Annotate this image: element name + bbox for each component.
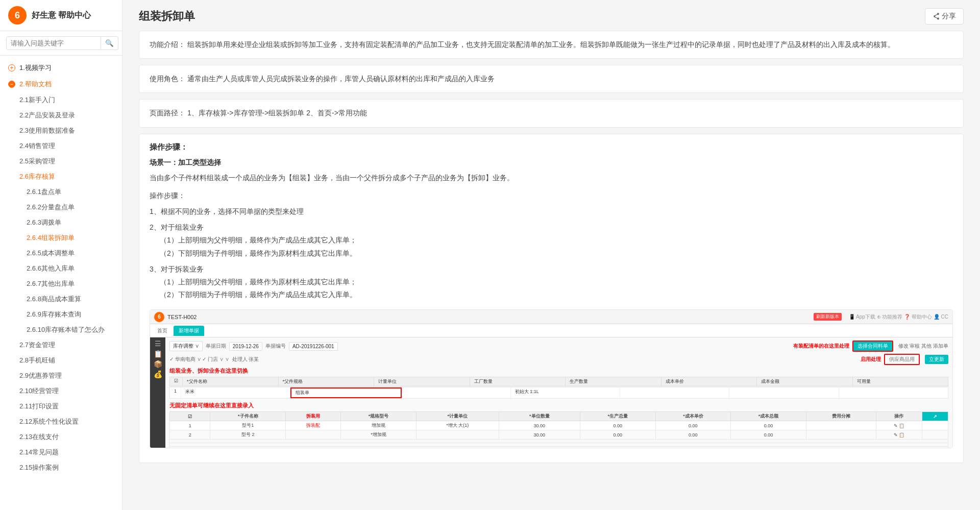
sidebar-item-2-11[interactable]: 2.11打印设置 bbox=[0, 399, 122, 414]
sidebar-item-2-12[interactable]: 2.12系统个性化设置 bbox=[0, 414, 122, 429]
ss-date-val: 2019-12-26 bbox=[229, 342, 262, 351]
ss-org: ✓ 华南电商 ∨ ✓ 门店 ∨ ∨ bbox=[169, 356, 229, 363]
ss-tab-bar: 首页 新增单据 bbox=[150, 324, 952, 337]
ss-logo: 6 bbox=[154, 312, 164, 322]
ss-lc7: 0.00 bbox=[580, 421, 655, 430]
ss-lth1: ☑ bbox=[170, 412, 210, 421]
sidebar-item-2-13[interactable]: 2.13在线支付 bbox=[0, 429, 122, 445]
screenshot: 6 TEST-H002 刷新新版本 📱 App下载 ⊕ 功能推荐 ❓ 帮助中心 … bbox=[150, 310, 952, 448]
sidebar-item-2-6-10[interactable]: 2.6.10库存账本错了怎么办 bbox=[0, 322, 122, 337]
feature-intro-text: 组装拆卸单用来处理企业组装或拆卸等加工业务，支持有固定装配清单的产品加工业务，也… bbox=[187, 40, 895, 48]
sidebar-item-2-6-4[interactable]: 2.6.4组装拆卸单 bbox=[0, 230, 122, 246]
ss-lth3: 拆装用 bbox=[286, 412, 341, 421]
ss-lrow2: 2 型号 2 *增加规 30.00 0.00 0.00 bbox=[170, 430, 948, 440]
operations-label: 操作步骤： bbox=[150, 142, 953, 152]
ss-l2c6: 30.00 bbox=[499, 430, 580, 440]
ss-num-label: 单据编号 bbox=[265, 343, 286, 350]
sidebar-item-2-1[interactable]: 2.1新手入门 bbox=[0, 92, 122, 108]
path-text: 1、库存核算->库存管理->组装拆卸单 2、首页->常用功能 bbox=[187, 109, 367, 117]
ss-lrow4 bbox=[170, 443, 948, 447]
ss-confirm-btn: 立更新 bbox=[925, 355, 948, 364]
feature-intro-block: 功能介绍： 组装拆卸单用来处理企业组装或拆卸等加工业务，支持有固定装配清单的产品… bbox=[139, 31, 964, 59]
sidebar-item-2-6-5[interactable]: 2.6.5成本调整单 bbox=[0, 246, 122, 261]
ss-td1: 1 bbox=[170, 387, 181, 398]
sidebar-item-2-10[interactable]: 2.10经营管理 bbox=[0, 383, 122, 399]
sidebar-item-2-14[interactable]: 2.14常见问题 bbox=[0, 445, 122, 460]
sidebar-item-2-5[interactable]: 2.5采购管理 bbox=[0, 154, 122, 169]
main-content: 组装拆卸单 分享 功能介绍： 组装拆卸单用来处理企业组装或拆卸等加工业务，支持有… bbox=[122, 0, 980, 510]
ss-lrow5 bbox=[170, 447, 948, 448]
ss-l2c10 bbox=[806, 430, 876, 440]
ss-l2c12 bbox=[922, 430, 948, 440]
sidebar-item-2-4[interactable]: 2.4销售管理 bbox=[0, 138, 122, 154]
ss-l2c2: 型号 2 bbox=[210, 430, 286, 440]
ss-company: TEST-H002 bbox=[167, 314, 197, 320]
ss-td7 bbox=[729, 387, 839, 398]
sidebar-item-1-label: 1.视频学习 bbox=[19, 63, 52, 72]
path-label: 页面路径： bbox=[150, 109, 185, 117]
search-input[interactable] bbox=[6, 36, 101, 50]
ss-lc9: 0.00 bbox=[731, 421, 806, 430]
ann-text3: 启用处理 bbox=[861, 356, 881, 363]
step2-sub2: （2）下部明细为子件明细，最终作为原材料生成其它出库单。 bbox=[160, 247, 953, 260]
ss-body: ☰ 📋 📦 💰 库存调整 ∨ 单据日期 bbox=[150, 337, 952, 448]
ss-lth7: *生产总量 bbox=[580, 412, 655, 421]
step3-sub1: （1）上部明细为父件明细，最终作为原材料生成其它出库单； bbox=[160, 276, 953, 288]
sidebar-item-2-3[interactable]: 2.3使用前数据准备 bbox=[0, 123, 122, 138]
app-title: 好生意 帮助中心 bbox=[32, 10, 91, 21]
sidebar-item-1[interactable]: + 1.视频学习 bbox=[0, 60, 122, 76]
sidebar-item-2-6-7[interactable]: 2.6.7其他出库单 bbox=[0, 276, 122, 292]
sidebar-item-2-6[interactable]: 2.6库存核算 bbox=[0, 169, 122, 184]
step2: 2、对于组装业务 bbox=[150, 221, 953, 234]
ss-lc5: *增大 大(1) bbox=[416, 421, 499, 430]
ss-lrow1: 1 型号1 拆装配 增加规 *增大 大(1) 30.00 0.00 0.00 bbox=[170, 421, 948, 430]
ss-td2: 米米 bbox=[181, 387, 290, 398]
ss-th8: 成本金额 bbox=[757, 377, 853, 386]
sidebar-item-2-6-1[interactable]: 2.6.1盘点单 bbox=[0, 184, 122, 200]
ss-doc-type: 库存调整 ∨ bbox=[169, 341, 203, 351]
step3-sub2: （2）下部明细为子件明细，最终作为产成品生成其它入库单。 bbox=[160, 288, 953, 301]
ss-lth6: *单位数量 bbox=[499, 412, 580, 421]
ss-lth12: ↗ bbox=[922, 412, 948, 421]
ann-text5: 无固定清单可继续在这里直接录入 bbox=[169, 402, 948, 409]
ss-l2c7: 0.00 bbox=[580, 430, 655, 440]
sidebar-item-2-9[interactable]: 2.9优惠券管理 bbox=[0, 368, 122, 383]
sidebar-item-2-6-6[interactable]: 2.6.6其他入库单 bbox=[0, 261, 122, 276]
ss-lth8: *成本单价 bbox=[655, 412, 731, 421]
sidebar-item-2-6-3[interactable]: 2.6.3调拨单 bbox=[0, 215, 122, 230]
ss-lc12 bbox=[922, 421, 948, 430]
ss-lrow3-empty bbox=[170, 440, 948, 443]
ss-l2c3 bbox=[286, 430, 341, 440]
step3: 3、对于拆装业务 bbox=[150, 263, 953, 276]
ss-lth2: *子件名称 bbox=[210, 412, 286, 421]
sidebar-item-2-7[interactable]: 2.7资金管理 bbox=[0, 337, 122, 353]
ss-lth10: 费用分摊 bbox=[806, 412, 876, 421]
share-icon bbox=[933, 13, 940, 20]
sidebar-item-2-2[interactable]: 2.2产品安装及登录 bbox=[0, 108, 122, 123]
search-button[interactable]: 🔍 bbox=[101, 36, 118, 50]
ann-text4: 组装业务、拆卸业务在这里切换 bbox=[169, 367, 948, 375]
sidebar-item-2-6-8[interactable]: 2.6.8商品成本重算 bbox=[0, 292, 122, 307]
ss-form-row1: 库存调整 ∨ 单据日期 2019-12-26 单据编号 AD-20191226-… bbox=[169, 341, 948, 352]
sidebar-item-2-6-9[interactable]: 2.6.9库存账本查询 bbox=[0, 307, 122, 322]
ss-main-area: 库存调整 ∨ 单据日期 2019-12-26 单据编号 AD-20191226-… bbox=[165, 337, 952, 448]
share-button[interactable]: 分享 bbox=[925, 8, 964, 25]
ss-lth5: *计量单位 bbox=[416, 412, 499, 421]
sidebar-item-2[interactable]: − 2.帮助文档 2.1新手入门 2.2产品安装及登录 2.3使用前数据准备 2… bbox=[0, 76, 122, 475]
page-title: 组装拆卸单 bbox=[139, 9, 195, 24]
sidebar-item-2-6-2[interactable]: 2.6.2分量盘点单 bbox=[0, 200, 122, 215]
nav-tree: + 1.视频学习 − 2.帮助文档 2.1新手入门 2.2产品安装及登录 2.3… bbox=[0, 56, 122, 510]
ss-th4: 计量单位 bbox=[374, 377, 470, 386]
sidebar-item-2-8[interactable]: 2.8手机旺铺 bbox=[0, 353, 122, 368]
logo-icon: 6 bbox=[8, 6, 27, 25]
ss-tab-home: 首页 bbox=[152, 326, 173, 336]
ss-nav-icon1: ☰ bbox=[155, 339, 161, 348]
ss-lc6: 30.00 bbox=[499, 421, 580, 430]
ss-td6 bbox=[620, 387, 729, 398]
ss-date-label: 单据日期 bbox=[206, 343, 226, 350]
sidebar-item-2-15[interactable]: 2.15操作案例 bbox=[0, 460, 122, 475]
ss-topbar: 6 TEST-H002 刷新新版本 📱 App下载 ⊕ 功能推荐 ❓ 帮助中心 … bbox=[150, 310, 952, 324]
ss-upper-table-header: ☑ *父件名称 *父件规格 计量单位 工厂数量 生产数量 成本单价 成本金额 可… bbox=[169, 377, 948, 386]
ss-nav-icon2: 📋 bbox=[154, 350, 162, 358]
ss-nav-icon4: 💰 bbox=[154, 370, 162, 378]
